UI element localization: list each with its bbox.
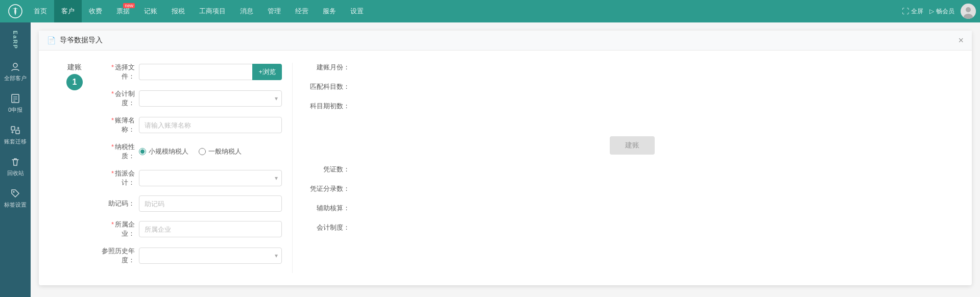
accounting-system-select-wrap: ▾ — [139, 90, 282, 107]
nav-right: ⛶ 全屏 ▷ 畅会员 — [902, 4, 976, 19]
accounting-system-label: 会计制度： — [98, 89, 139, 108]
file-input[interactable] — [139, 64, 252, 80]
accounting-system-info-label: 会计制度： — [308, 223, 354, 232]
accountant-row: 指派会计： ▾ — [98, 169, 282, 187]
build-btn-wrap: 建账 — [308, 121, 957, 155]
memo-label: 助记码： — [98, 199, 139, 208]
dialog-header: 📄 导爷数据导入 × — [39, 31, 972, 51]
tax-type-general-radio[interactable] — [199, 148, 206, 155]
top-navigation: 首页 客户 收费 票据 new 记账 报税 工商项目 消息 管理 经营 服务 设… — [0, 0, 980, 22]
ledger-name-input[interactable] — [139, 117, 282, 133]
voucher-label: 凭证数： — [308, 165, 354, 174]
tax-type-radio-group: 小规模纳税人 一般纳税人 — [139, 147, 242, 156]
sidebar-item-all-customers[interactable]: 全部客户 — [0, 56, 31, 87]
nav-items: 首页 客户 收费 票据 new 记账 报税 工商项目 消息 管理 经营 服务 设… — [27, 0, 902, 22]
close-button[interactable]: × — [958, 36, 964, 45]
nav-item-fee[interactable]: 收费 — [82, 0, 109, 22]
match-subject-label: 匹配科目数： — [308, 82, 354, 91]
tax-type-small[interactable]: 小规模纳税人 — [139, 147, 188, 156]
aux-accounting-row: 辅助核算： — [308, 204, 957, 213]
voucher-row: 凭证数： — [308, 165, 957, 174]
dialog-title: 导爷数据导入 — [60, 36, 103, 45]
file-row: 选择文件： +浏览 — [98, 63, 282, 81]
fullscreen-icon: ⛶ — [902, 7, 909, 15]
new-badge: new — [123, 3, 135, 8]
app-logo — [4, 0, 27, 22]
transfer-icon — [9, 124, 21, 136]
nav-item-invoice[interactable]: 票据 new — [109, 0, 137, 22]
accountant-label: 指派会计： — [98, 169, 139, 187]
svg-point-11 — [13, 191, 15, 192]
memo-input[interactable] — [139, 195, 282, 212]
brand-label: EaRP — [12, 27, 18, 56]
dialog-panel: 📄 导爷数据导入 × 建账 1 选择文件： — [39, 31, 972, 285]
sidebar: EaRP 全部客户 0申报 — [0, 22, 31, 297]
nav-item-manage[interactable]: 管理 — [260, 0, 288, 22]
build-account-button[interactable]: 建账 — [610, 136, 655, 155]
sidebar-item-recycle[interactable]: 回收站 — [0, 151, 31, 182]
company-label: 所属企业： — [98, 220, 139, 238]
vip-btn[interactable]: ▷ 畅会员 — [929, 7, 954, 16]
person-icon — [9, 61, 21, 73]
step-circle: 1 — [66, 74, 83, 90]
nav-item-service[interactable]: 服务 — [316, 0, 343, 22]
trash-icon — [9, 156, 21, 168]
accountant-select[interactable] — [139, 170, 282, 186]
step-label: 建账 — [67, 63, 82, 72]
build-month-row: 建账月份： — [308, 63, 957, 72]
ledger-name-row: 账簿名称： — [98, 116, 282, 134]
report-icon — [9, 92, 21, 105]
build-month-label: 建账月份： — [308, 63, 354, 72]
app-body: EaRP 全部客户 0申报 — [0, 22, 980, 297]
svg-rect-10 — [16, 130, 19, 134]
avatar[interactable] — [961, 4, 976, 19]
accounting-system-row: 会计制度： ▾ — [98, 89, 282, 108]
accountant-select-wrap: ▾ — [139, 170, 282, 186]
info-section: 建账月份： 匹配科目数： 科目期初数： 建账 — [292, 63, 972, 273]
accounting-system-info-row: 会计制度： — [308, 223, 957, 232]
sidebar-item-declaration[interactable]: 0申报 — [0, 87, 31, 119]
svg-point-4 — [13, 63, 17, 67]
history-year-select[interactable] — [139, 247, 282, 264]
aux-accounting-label: 辅助核算： — [308, 204, 354, 213]
sidebar-item-migration[interactable]: 账套迁移 — [0, 119, 31, 151]
nav-item-operation[interactable]: 经营 — [288, 0, 316, 22]
tag-icon — [9, 187, 21, 200]
nav-item-account[interactable]: 记账 — [137, 0, 164, 22]
play-icon: ▷ — [929, 8, 934, 15]
ledger-name-label: 账簿名称： — [98, 116, 139, 134]
file-label: 选择文件： — [98, 63, 139, 81]
voucher-entries-label: 凭证分录数： — [308, 184, 354, 193]
browse-button[interactable]: +浏览 — [252, 64, 282, 80]
svg-rect-9 — [11, 127, 15, 130]
nav-item-customer[interactable]: 客户 — [54, 0, 82, 22]
dialog-body: 建账 1 选择文件： +浏览 — [39, 51, 972, 285]
svg-point-2 — [966, 7, 971, 12]
company-input[interactable] — [139, 221, 282, 237]
nav-item-home[interactable]: 首页 — [27, 0, 54, 22]
nav-item-settings[interactable]: 设置 — [343, 0, 371, 22]
history-year-select-wrap: ▾ — [139, 247, 282, 264]
memo-row: 助记码： — [98, 195, 282, 212]
tax-type-small-radio[interactable] — [139, 148, 146, 155]
sidebar-item-tag[interactable]: 标签设置 — [0, 182, 31, 214]
nav-item-business[interactable]: 工商项目 — [192, 0, 233, 22]
main-content: 📄 导爷数据导入 × 建账 1 选择文件： — [31, 22, 980, 297]
voucher-entries-row: 凭证分录数： — [308, 184, 957, 193]
history-year-label: 参照历史年度： — [98, 246, 139, 265]
svg-rect-5 — [12, 94, 19, 103]
fullscreen-btn[interactable]: ⛶ 全屏 — [902, 7, 923, 16]
tax-type-general[interactable]: 一般纳税人 — [199, 147, 242, 156]
subject-initial-row: 科目期初数： — [308, 102, 957, 111]
tax-type-label: 纳税性质： — [98, 142, 139, 161]
file-input-wrap: +浏览 — [139, 64, 282, 80]
import-icon: 📄 — [47, 36, 56, 44]
history-year-row: 参照历史年度： ▾ — [98, 246, 282, 265]
form: 选择文件： +浏览 会计制度： — [98, 63, 282, 273]
nav-item-tax[interactable]: 报税 — [164, 0, 192, 22]
nav-item-message[interactable]: 消息 — [233, 0, 260, 22]
accounting-system-select[interactable] — [139, 90, 282, 107]
company-row: 所属企业： — [98, 220, 282, 238]
subject-initial-label: 科目期初数： — [308, 102, 354, 111]
match-subject-row: 匹配科目数： — [308, 82, 957, 91]
